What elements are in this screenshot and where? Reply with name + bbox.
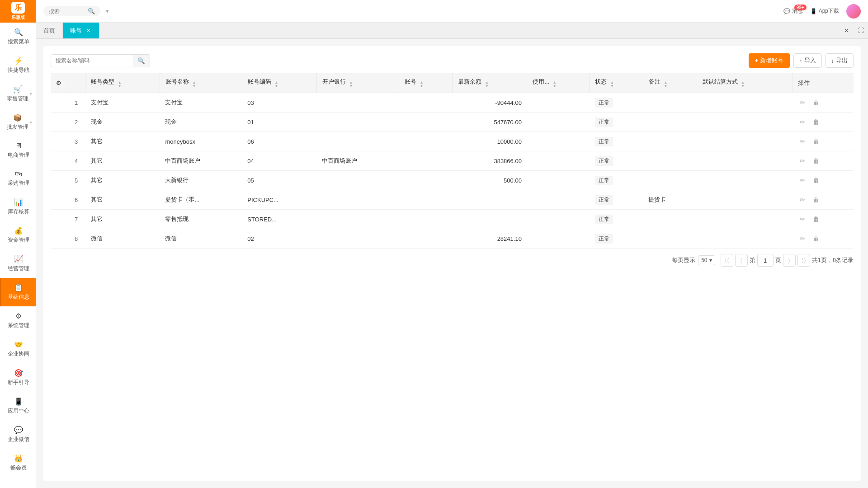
edit-icon[interactable]: ✏ [797,98,807,108]
cell-account-no [399,132,453,151]
next-page-button[interactable]: ⟩ [783,254,796,267]
th-account-code[interactable]: 账号编码 ▲▼ [242,73,316,93]
delete-icon[interactable]: 🗑 [811,117,821,127]
app-download-button[interactable]: 📱 App下载 [810,7,839,15]
page-input[interactable] [757,254,774,267]
cell-account-no [399,171,453,190]
th-latest-balance[interactable]: 最新余额 ▲▼ [453,73,527,93]
edit-icon[interactable]: ✏ [797,156,807,166]
th-bank[interactable]: 开户银行 ▲▼ [316,73,399,93]
sidebar-item-new-guide[interactable]: 🎯 新手引导 [0,363,36,392]
sidebar-item-wholesale-mgmt[interactable]: 📦 批发管理 ▾ [0,108,36,136]
cell-account-no [399,93,453,113]
edit-icon[interactable]: ✏ [797,234,807,244]
sidebar-item-purchase-mgmt[interactable]: 🛍 采购管理 [0,164,36,192]
cell-usage [527,229,590,249]
cell-account-name: 支付宝 [160,93,242,113]
th-account-type[interactable]: 账号类型 ▲▼ [85,73,160,93]
toolbar-actions: + 新增账号 ↑ 导入 ↓ 导出 [749,53,854,68]
table-row: 2 现金 现金 01 547670.00 正常 ✏ 🗑 [51,113,854,132]
cell-account-no [399,210,453,229]
sidebar-item-operation-mgmt[interactable]: 📈 经营管理 [0,249,36,278]
cell-account-type: 现金 [85,113,160,132]
edit-icon[interactable]: ✏ [797,117,807,127]
sidebar-item-enterprise-agreement[interactable]: 🤝 企业协同 [0,335,36,363]
cell-account-type: 其它 [85,151,160,171]
sidebar-item-system-mgmt[interactable]: ⚙ 系统管理 [0,306,36,335]
search-input[interactable] [51,55,133,66]
sidebar-item-label: 系统管理 [8,322,29,329]
message-button[interactable]: 💬 消息 99+ [783,7,803,15]
sidebar-item-label: 畅会员 [10,464,27,472]
sidebar-item-basic-info[interactable]: 📋 基础信息 [0,278,36,306]
sidebar-item-label: 采购管理 [8,179,29,187]
topbar-search-box[interactable]: 🔍 [43,6,100,16]
cell-bank: 中百商场账户 [316,151,399,171]
tab-maximize-icon[interactable]: ⛶ [854,23,868,38]
delete-icon[interactable]: 🗑 [811,195,821,205]
th-usage[interactable]: 使用... ▲▼ [527,73,590,93]
table-row: 1 支付宝 支付宝 03 -90444.00 正常 ✏ 🗑 [51,93,854,113]
delete-icon[interactable]: 🗑 [811,98,821,108]
sidebar-item-inventory-mgmt[interactable]: 📊 库存核算 [0,192,36,221]
delete-icon[interactable]: 🗑 [811,175,821,185]
cell-bank [316,210,399,229]
sort-icon: ▲▼ [420,81,423,88]
edit-icon[interactable]: ✏ [797,195,807,205]
tab-home[interactable]: 首页 [36,23,63,38]
sidebar-item-enterprise-wechat[interactable]: 💬 企业微信 [0,420,36,449]
sidebar-item-quick-nav[interactable]: ⚡ 快捷导航 [0,51,36,80]
import-button[interactable]: ↑ 导入 [793,53,822,68]
sidebar-item-ecommerce-mgmt[interactable]: 🖥 电商管理 [0,136,36,164]
tab-account[interactable]: 账号 ✕ [63,23,99,38]
delete-icon[interactable]: 🗑 [811,156,821,166]
delete-icon[interactable]: 🗑 [811,214,821,224]
cell-account-name: moneybosx [160,132,242,151]
edit-icon[interactable]: ✏ [797,214,807,224]
sort-icon: ▲▼ [118,81,122,88]
cell-action: ✏ 🗑 [792,229,854,249]
sort-icon: ▲▼ [485,81,489,88]
th-settings[interactable]: ⚙ [51,73,67,93]
th-account-no[interactable]: 账号 ▲▼ [399,73,453,93]
th-action: 操作 [792,73,854,93]
tabbar: 首页 账号 ✕ ✕ ⛶ [36,23,868,39]
cell-remark [643,229,697,249]
edit-icon[interactable]: ✏ [797,136,807,146]
delete-icon[interactable]: 🗑 [811,234,821,244]
th-account-name[interactable]: 账号名称 ▲▼ [160,73,242,93]
topbar-search-input[interactable] [49,8,85,14]
cell-usage [527,210,590,229]
th-remark[interactable]: 备注 ▲▼ [643,73,697,93]
first-page-button[interactable]: ⟨⟨ [721,254,733,267]
sidebar-item-finance-mgmt[interactable]: 💰 资金管理 [0,221,36,249]
tab-expand-icon[interactable]: ✕ [839,23,854,38]
sidebar-item-app-center[interactable]: 📱 应用中心 [0,392,36,420]
delete-icon[interactable]: 🗑 [811,136,821,146]
cell-default-settlement [697,151,792,171]
per-page-dropdown[interactable]: 50 ▾ [698,255,715,265]
search-button[interactable]: 🔍 [133,55,150,67]
th-status[interactable]: 状态 ▲▼ [590,73,643,93]
last-page-button[interactable]: ⟩⟩ [797,254,810,267]
cell-account-code: STORED... [242,210,316,229]
table-row: 3 其它 moneybosx 06 10000.00 正常 ✏ 🗑 [51,132,854,151]
tab-close-icon[interactable]: ✕ [85,27,92,34]
sidebar-item-vip-member[interactable]: 👑 畅会员 [0,449,36,477]
cell-account-code: 01 [242,113,316,132]
cell-account-code: 06 [242,132,316,151]
user-avatar[interactable] [846,4,861,19]
cell-remark: 提货卡 [643,190,697,210]
sidebar-item-retail-mgmt[interactable]: 🛒 零售管理 ▾ [0,80,36,108]
toolbar: 🔍 + 新增账号 ↑ 导入 ↓ 导出 [51,53,854,68]
sidebar-item-search-menu[interactable]: 🔍 搜索菜单 [0,23,36,51]
th-default-settlement[interactable]: 默认结算方式 ▲▼ [697,73,792,93]
topbar-dropdown-icon[interactable]: ▾ [106,8,109,14]
cell-status: 正常 [590,171,643,190]
edit-icon[interactable]: ✏ [797,175,807,185]
cell-status: 正常 [590,210,643,229]
pagination-bar: 每页显示 50 ▾ ⟨⟨ ⟨ 第 页 ⟩ ⟩⟩ 共1页，8条记录 [51,249,854,267]
prev-page-button[interactable]: ⟨ [735,254,748,267]
add-account-button[interactable]: + 新增账号 [749,53,790,68]
export-button[interactable]: ↓ 导出 [826,53,854,68]
